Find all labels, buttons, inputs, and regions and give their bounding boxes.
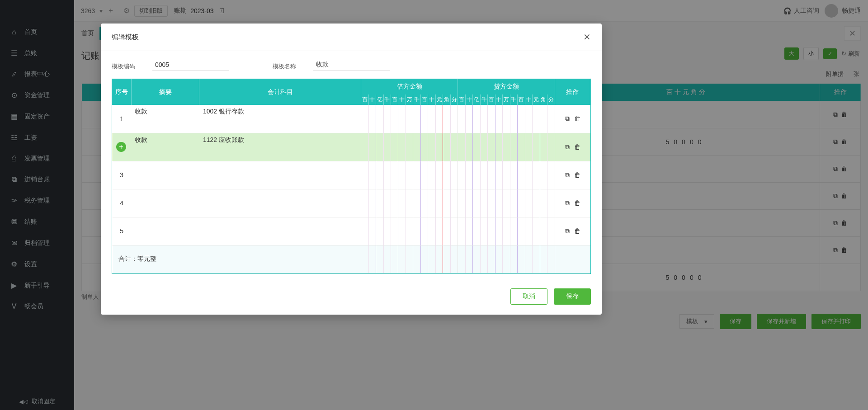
digit-cell[interactable]	[361, 161, 368, 189]
digit-cell[interactable]	[503, 189, 510, 217]
digit-cell[interactable]	[398, 105, 406, 133]
digit-cell[interactable]	[503, 161, 510, 189]
digit-cell[interactable]	[398, 133, 406, 161]
digit-cell[interactable]	[435, 217, 443, 245]
digit-cell[interactable]	[488, 133, 495, 161]
digit-cell[interactable]	[443, 217, 450, 245]
copy-icon[interactable]: ⧉	[565, 171, 570, 179]
digit-cell[interactable]	[406, 133, 413, 161]
digit-cell[interactable]	[458, 161, 465, 189]
digit-cell[interactable]	[428, 217, 435, 245]
trash-icon[interactable]: 🗑	[574, 115, 580, 122]
close-icon[interactable]: ✕	[583, 32, 591, 42]
digit-cell[interactable]	[361, 133, 368, 161]
digit-cell[interactable]	[473, 133, 480, 161]
cancel-button[interactable]: 取消	[510, 288, 547, 305]
digit-cell[interactable]	[488, 161, 495, 189]
digit-cell[interactable]	[510, 161, 517, 189]
digit-cell[interactable]	[391, 105, 398, 133]
digit-cell[interactable]	[540, 217, 547, 245]
digit-cell[interactable]	[443, 161, 450, 189]
digit-cell[interactable]	[450, 189, 458, 217]
digit-cell[interactable]	[473, 105, 480, 133]
digit-cell[interactable]	[503, 217, 510, 245]
trash-icon[interactable]: 🗑	[574, 171, 580, 179]
digit-cell[interactable]	[376, 105, 383, 133]
copy-icon[interactable]: ⧉	[565, 115, 570, 122]
account-cell[interactable]	[199, 161, 361, 189]
digit-cell[interactable]	[413, 217, 420, 245]
digit-cell[interactable]	[510, 217, 517, 245]
digit-cell[interactable]	[488, 217, 495, 245]
digit-cell[interactable]	[361, 105, 368, 133]
digit-cell[interactable]	[465, 189, 472, 217]
digit-cell[interactable]	[406, 105, 413, 133]
digit-cell[interactable]	[518, 133, 525, 161]
digit-cell[interactable]	[376, 161, 383, 189]
account-cell[interactable]: 1002 银行存款	[199, 105, 361, 133]
digit-cell[interactable]	[473, 161, 480, 189]
digit-cell[interactable]	[420, 133, 428, 161]
digit-cell[interactable]	[458, 105, 465, 133]
digit-cell[interactable]	[547, 161, 555, 189]
digit-cell[interactable]	[398, 189, 406, 217]
digit-cell[interactable]	[428, 133, 435, 161]
digit-cell[interactable]	[406, 161, 413, 189]
digit-cell[interactable]	[465, 217, 472, 245]
save-button[interactable]: 保存	[554, 288, 591, 305]
digit-cell[interactable]	[547, 105, 555, 133]
digit-cell[interactable]	[540, 133, 547, 161]
digit-cell[interactable]	[533, 217, 540, 245]
digit-cell[interactable]	[361, 189, 368, 217]
digit-cell[interactable]	[391, 133, 398, 161]
digit-cell[interactable]	[480, 133, 487, 161]
digit-cell[interactable]	[435, 105, 443, 133]
copy-icon[interactable]: ⧉	[565, 143, 570, 151]
add-row-icon[interactable]: +	[116, 142, 126, 152]
digit-cell[interactable]	[488, 189, 495, 217]
digit-cell[interactable]	[518, 105, 525, 133]
digit-cell[interactable]	[413, 105, 420, 133]
digit-cell[interactable]	[428, 105, 435, 133]
digit-cell[interactable]	[540, 161, 547, 189]
copy-icon[interactable]: ⧉	[565, 227, 570, 235]
digit-cell[interactable]	[443, 133, 450, 161]
digit-cell[interactable]	[413, 189, 420, 217]
digit-cell[interactable]	[518, 217, 525, 245]
summary-cell[interactable]	[131, 161, 199, 189]
digit-cell[interactable]	[376, 189, 383, 217]
digit-cell[interactable]	[518, 189, 525, 217]
digit-cell[interactable]	[473, 189, 480, 217]
digit-cell[interactable]	[525, 105, 532, 133]
digit-cell[interactable]	[533, 133, 540, 161]
digit-cell[interactable]	[533, 189, 540, 217]
digit-cell[interactable]	[435, 133, 443, 161]
digit-cell[interactable]	[443, 189, 450, 217]
digit-cell[interactable]	[368, 189, 376, 217]
digit-cell[interactable]	[533, 161, 540, 189]
copy-icon[interactable]: ⧉	[565, 199, 570, 207]
digit-cell[interactable]	[406, 217, 413, 245]
digit-cell[interactable]	[368, 161, 376, 189]
trash-icon[interactable]: 🗑	[574, 199, 580, 207]
digit-cell[interactable]	[547, 217, 555, 245]
digit-cell[interactable]	[361, 217, 368, 245]
digit-cell[interactable]	[406, 189, 413, 217]
digit-cell[interactable]	[420, 105, 428, 133]
digit-cell[interactable]	[480, 105, 487, 133]
digit-cell[interactable]	[495, 105, 502, 133]
digit-cell[interactable]	[391, 217, 398, 245]
digit-cell[interactable]	[435, 189, 443, 217]
digit-cell[interactable]	[495, 161, 502, 189]
digit-cell[interactable]	[450, 133, 458, 161]
digit-cell[interactable]	[503, 133, 510, 161]
digit-cell[interactable]	[525, 133, 532, 161]
digit-cell[interactable]	[547, 133, 555, 161]
digit-cell[interactable]	[376, 133, 383, 161]
digit-cell[interactable]	[450, 161, 458, 189]
trash-icon[interactable]: 🗑	[574, 143, 580, 151]
digit-cell[interactable]	[465, 133, 472, 161]
digit-cell[interactable]	[473, 217, 480, 245]
digit-cell[interactable]	[391, 161, 398, 189]
digit-cell[interactable]	[398, 217, 406, 245]
